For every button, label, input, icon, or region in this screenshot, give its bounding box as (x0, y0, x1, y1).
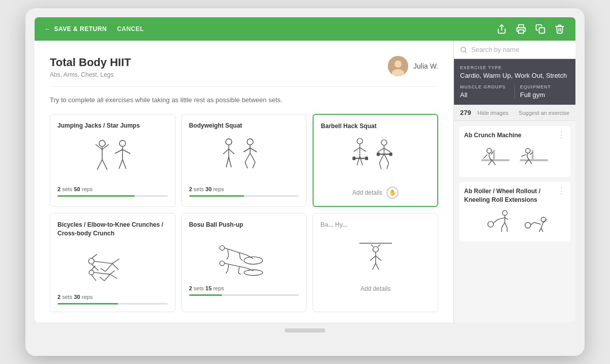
svg-line-80 (238, 267, 239, 272)
svg-line-21 (229, 149, 234, 154)
svg-line-111 (498, 218, 505, 220)
add-details-button[interactable]: Add details (352, 189, 382, 196)
svg-line-72 (239, 253, 240, 259)
exercise-thumb-2 (516, 144, 552, 172)
exercise-image (57, 243, 168, 289)
search-input[interactable] (471, 46, 569, 53)
exercise-list-item-name: Ab Roller / Wheel Rollout / Kneeling Rol… (464, 187, 557, 204)
svg-line-49 (379, 163, 381, 169)
muscle-groups-label: MUSCLE GROUPS (460, 84, 509, 89)
save-return-label: SAVE & RETURN (54, 25, 107, 33)
svg-line-10 (97, 160, 102, 170)
svg-line-22 (226, 157, 229, 167)
results-actions: Hide images Suggest an exercise (477, 110, 569, 116)
toolbar-right (496, 23, 565, 35)
svg-rect-46 (377, 153, 379, 156)
svg-rect-95 (481, 159, 510, 161)
svg-line-9 (102, 144, 109, 149)
svg-line-54 (112, 259, 119, 263)
svg-line-124 (541, 228, 543, 232)
svg-line-77 (224, 263, 246, 268)
svg-point-119 (541, 217, 545, 222)
more-options-icon[interactable]: ⋮ (557, 131, 565, 139)
svg-line-20 (223, 149, 229, 154)
svg-line-53 (95, 261, 113, 264)
svg-line-31 (253, 162, 255, 168)
cancel-button[interactable]: CANCEL (117, 25, 144, 33)
workout-header: Total Body HIIT Abs, Arms, Chest, Legs (50, 56, 438, 87)
share-icon[interactable] (496, 23, 507, 35)
svg-rect-103 (532, 149, 534, 160)
progress-bar (57, 303, 168, 305)
svg-line-66 (105, 274, 110, 281)
exercise-grid: Jumping Jacks / Star Jumps (50, 114, 438, 312)
toolbar-left: ← SAVE & RETURN CANCEL (45, 25, 486, 33)
svg-point-52 (89, 258, 95, 264)
muscle-groups-filter: MUSCLE GROUPS All (460, 84, 509, 99)
svg-rect-37 (353, 157, 355, 160)
svg-rect-2 (539, 28, 545, 34)
svg-point-104 (526, 148, 530, 153)
exercise-image (321, 136, 430, 181)
exercise-sets: 2 sets 15 reps (189, 285, 299, 291)
exercise-name: Bodyweight Squat (189, 122, 299, 130)
exercise-image (57, 135, 168, 181)
filter-divider (514, 84, 515, 99)
workout-description: Try to complete all exercises while taki… (50, 96, 438, 104)
svg-line-34 (354, 148, 360, 151)
svg-line-59 (101, 268, 105, 271)
exercise-sets: 2 sets 30 reps (57, 294, 168, 300)
delete-icon[interactable] (554, 23, 565, 35)
exercise-name: Barbell Hack Squat (321, 122, 430, 131)
svg-line-81 (238, 272, 241, 275)
laptop-screen: ← SAVE & RETURN CANCEL (35, 17, 575, 322)
svg-point-97 (487, 148, 492, 153)
suggest-exercise-button[interactable]: Suggest an exercise (518, 110, 569, 116)
exercise-thumb-2 (516, 208, 552, 236)
workout-title-area: Total Body HIIT Abs, Arms, Chest, Legs (50, 56, 131, 78)
list-item-ab-crunch-machine[interactable]: Ab Crunch Machine ⋮ (459, 126, 570, 177)
svg-line-16 (119, 160, 123, 169)
svg-line-51 (387, 163, 389, 169)
svg-line-56 (92, 264, 99, 270)
svg-line-120 (541, 222, 543, 228)
exercise-type-filter: EXERCISE TYPE Cardio, Warm Up, Work Out,… (460, 65, 569, 79)
back-arrow-icon: ← (45, 25, 51, 33)
svg-line-35 (359, 148, 365, 151)
copy-icon[interactable] (535, 23, 546, 35)
svg-line-63 (110, 274, 117, 278)
trainer-avatar (388, 56, 408, 76)
toolbar: ← SAVE & RETURN CANCEL (35, 17, 575, 41)
save-return-button[interactable]: ← SAVE & RETURN (45, 25, 107, 33)
hide-images-button[interactable]: Hide images (477, 110, 508, 116)
svg-line-78 (228, 265, 229, 271)
svg-point-6 (99, 140, 105, 146)
list-item-ab-roller[interactable]: Ab Roller / Wheel Rollout / Kneeling Rol… (459, 182, 570, 241)
trainer-name: Julia W. (413, 62, 438, 70)
svg-rect-96 (493, 149, 495, 160)
exercise-thumb-1 (478, 208, 513, 236)
svg-point-68 (220, 246, 224, 250)
progress-bar (189, 294, 299, 296)
progress-bar (57, 195, 168, 197)
svg-line-65 (92, 266, 95, 270)
add-details-button[interactable]: Add details (360, 285, 390, 292)
svg-point-76 (220, 261, 224, 265)
workout-tags: Abs, Arms, Chest, Legs (50, 71, 131, 78)
filter-panel: EXERCISE TYPE Cardio, Warm Up, Work Out,… (454, 59, 575, 105)
svg-rect-1 (518, 30, 524, 34)
drag-handle-icon[interactable]: ✋ (386, 187, 399, 199)
print-icon[interactable] (515, 23, 527, 35)
exercise-name: Jumping Jacks / Star Jumps (57, 122, 168, 130)
svg-line-113 (502, 223, 505, 228)
svg-line-11 (102, 160, 107, 170)
results-count: 279 (460, 109, 471, 116)
exercise-name: Bosu Ball Push-up (189, 221, 299, 229)
filter-row: MUSCLE GROUPS All EQUIPMENT Full gym (460, 84, 569, 99)
svg-line-112 (505, 218, 508, 220)
svg-point-125 (525, 223, 531, 228)
svg-line-44 (384, 148, 390, 151)
more-options-icon[interactable]: ⋮ (557, 187, 565, 195)
svg-line-55 (112, 263, 118, 269)
exercise-name: Ba... Hy... (320, 221, 431, 229)
